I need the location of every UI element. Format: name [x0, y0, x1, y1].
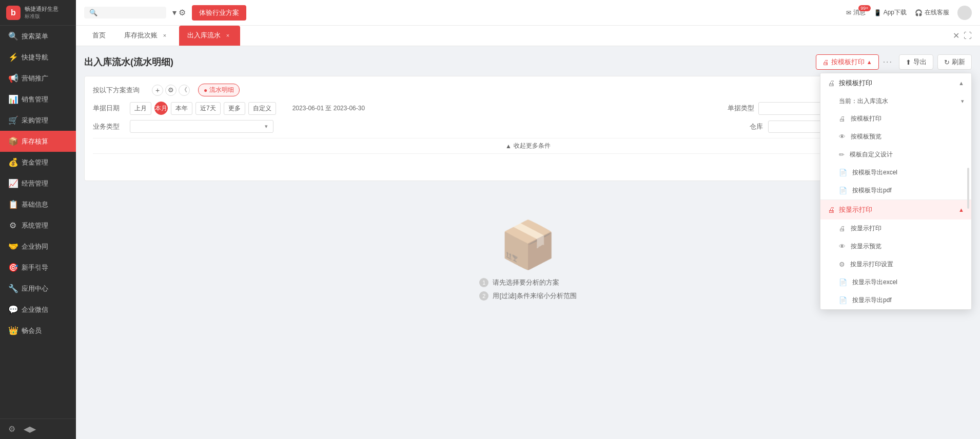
sidebar-item-basic[interactable]: 📋 基础信息 [0, 194, 76, 215]
header-right: ✉ 消息 99+ 📱 App下载 🎧 在线客服 [846, 6, 972, 20]
display-preview-icon: 👁 [839, 243, 846, 250]
online-service[interactable]: 🎧 在线客服 [915, 8, 949, 17]
sales-icon: 📊 [8, 94, 17, 104]
sidebar-item-label-enterprise: 企业协同 [22, 242, 48, 251]
date-current-month[interactable]: 本月 [154, 102, 168, 115]
tab-expand-icon[interactable]: ⛶ [964, 31, 972, 41]
empty-step-2: 2 用[过滤]条件来缩小分析范围 [479, 291, 576, 301]
sidebar-item-search[interactable]: 🔍 搜索菜单 [0, 26, 76, 47]
tab-bar: 首页 库存批次账 × 出入库流水 × ✕ ⛶ [76, 26, 980, 46]
vip-icon: 👑 [8, 326, 17, 335]
sidebar-item-enterprise[interactable]: 🤝 企业协同 [0, 236, 76, 257]
content-area: 出入库流水(流水明细) 🖨 按模板打印 ▲ ··· ⬆ 导出 ↻ 刷 [76, 46, 980, 439]
more-icon[interactable]: ··· [883, 57, 893, 67]
display-print-settings-item[interactable]: ⚙ 按显示打印设置 [820, 255, 971, 273]
date-options: 上月 本月 本年 近7天 更多 自定义 [130, 102, 276, 115]
sidebar-item-finance[interactable]: 💰 资金管理 [0, 152, 76, 173]
sidebar-bottom: ⚙ ◀▶ [0, 418, 76, 439]
sidebar-item-inventory[interactable]: 📦 库存核算 [0, 131, 76, 152]
sidebar-item-label-sales: 销售管理 [22, 95, 48, 104]
sidebar-item-label-operations: 经营管理 [22, 179, 48, 188]
export-button[interactable]: ⬆ 导出 [899, 54, 933, 70]
design-icon: ✏ [839, 151, 845, 158]
tab-minimize-icon[interactable]: ✕ [953, 31, 959, 41]
display-print-header[interactable]: 🖨 按显示打印 ▲ [820, 200, 971, 220]
phone-icon: 📱 [874, 9, 881, 16]
tab-batch-close[interactable]: × [161, 31, 169, 39]
preview-icon: 👁 [839, 133, 846, 141]
date-more[interactable]: 更多 [224, 102, 245, 115]
empty-step-1: 1 请先选择要分析的方案 [479, 278, 576, 287]
header-search-box[interactable]: 🔍 [84, 7, 166, 18]
scroll-indicator [967, 168, 969, 209]
guide-icon: 🎯 [8, 263, 17, 272]
sidebar-item-guide[interactable]: 🎯 新手引导 [0, 257, 76, 278]
sidebar-item-operations[interactable]: 📈 经营管理 [0, 173, 76, 194]
message-icon: ✉ [846, 9, 851, 16]
sidebar-item-wechat[interactable]: 💬 企业微信 [0, 299, 76, 320]
tab-home[interactable]: 首页 [84, 26, 114, 46]
step-1-num: 1 [479, 278, 488, 287]
template-preview-item[interactable]: 👁 按模板预览 [820, 128, 971, 146]
date-last-7[interactable]: 近7天 [195, 102, 221, 115]
sidebar-item-purchase[interactable]: 🛒 采购管理 [0, 110, 76, 131]
sidebar-item-app_center[interactable]: 🔧 应用中心 [0, 278, 76, 299]
sidebar-item-sales[interactable]: 📊 销售管理 [0, 89, 76, 110]
sidebar-item-marketing[interactable]: 📢 营销推广 [0, 68, 76, 89]
top-actions: 🖨 按模板打印 ▲ ··· ⬆ 导出 ↻ 刷新 [816, 54, 972, 70]
refresh-button[interactable]: ↻ 刷新 [937, 54, 972, 70]
display-print-s-icon: 🖨 [839, 225, 846, 232]
filter-active-tag[interactable]: ● 流水明细 [198, 84, 240, 96]
display-excel-icon: 📄 [839, 278, 847, 286]
sidebar-item-vip[interactable]: 👑 畅会员 [0, 320, 76, 341]
business-type-select[interactable]: ▾ [130, 120, 273, 133]
search-input[interactable] [101, 9, 152, 16]
message-count: 99+ [858, 5, 870, 11]
search-icon: 🔍 [89, 9, 97, 16]
sidebar-item-system[interactable]: ⚙ 系统管理 [0, 215, 76, 236]
sidebar-item-shortcut[interactable]: ⚡ 快捷导航 [0, 47, 76, 68]
search-icon: 🔍 [8, 31, 17, 41]
filter-add-button[interactable]: + [152, 85, 163, 96]
tab-flow-close[interactable]: × [224, 31, 232, 39]
print-icon: 🖨 [839, 115, 846, 123]
sidebar-item-label-system: 系统管理 [22, 221, 48, 230]
app-download[interactable]: 📱 App下载 [874, 8, 907, 17]
tab-batch[interactable]: 库存批次账 × [116, 26, 177, 46]
printer-icon: 🖨 [822, 58, 829, 66]
sidebar-item-label-vip: 畅会员 [22, 326, 42, 335]
date-current-year[interactable]: 本年 [171, 102, 192, 115]
message-badge-item[interactable]: ✉ 消息 99+ [846, 8, 866, 17]
template-print-header[interactable]: 🖨 按模板打印 ▲ [820, 73, 971, 93]
template-print-section: 🖨 按模板打印 ▲ 当前：出入库流水 ▾ 🖨 [820, 73, 971, 200]
date-last-month[interactable]: 上月 [130, 102, 151, 115]
template-current-item[interactable]: 当前：出入库流水 ▾ [820, 93, 971, 110]
template-export-pdf-item[interactable]: 📄 按模板导出pdf [820, 182, 971, 199]
sidebar-item-label-guide: 新手引导 [22, 263, 48, 272]
sidebar-item-label-search: 搜索菜单 [22, 32, 48, 41]
display-chevron-icon: ▲ [958, 207, 964, 213]
template-export-excel-item[interactable]: 📄 按模板导出excel [820, 164, 971, 182]
print-template-button[interactable]: 🖨 按模板打印 ▲ [816, 54, 879, 70]
empty-steps: 1 请先选择要分析的方案 2 用[过滤]条件来缩小分析范围 [479, 278, 576, 305]
chevron-down-icon[interactable]: ▾ [172, 8, 177, 17]
display-export-pdf-item[interactable]: 📄 按显示导出pdf [820, 291, 971, 309]
tab-flow[interactable]: 出入库流水 × [179, 26, 240, 46]
user-avatar[interactable] [957, 6, 972, 20]
sidebar: b 畅捷通好生意 标准版 🔍 搜索菜单 ⚡ 快捷导航 📢 营销推广 📊 销售管理… [0, 0, 76, 439]
gear-icon[interactable]: ⚙ [179, 8, 186, 17]
trial-button[interactable]: 体验行业方案 [192, 5, 246, 21]
template-custom-item[interactable]: ✏ 模板自定义设计 [820, 146, 971, 164]
logo-sub: 标准版 [25, 13, 58, 20]
date-custom[interactable]: 自定义 [248, 102, 276, 115]
display-preview-item[interactable]: 👁 按显示预览 [820, 237, 971, 255]
filter-settings-button[interactable]: ⚙ [165, 85, 177, 96]
settings-icon[interactable]: ⚙ [8, 424, 15, 434]
display-export-excel-item[interactable]: 📄 按显示导出excel [820, 273, 971, 291]
display-print-item[interactable]: 🖨 按显示打印 [820, 220, 971, 237]
operations-icon: 📈 [8, 178, 17, 188]
collapse-icon[interactable]: ◀▶ [24, 424, 36, 434]
template-print-item[interactable]: 🖨 按模板打印 [820, 110, 971, 128]
date-range-wrapper: 2023-06-01 至 2023-06-30 [288, 104, 365, 113]
filter-collapse-button[interactable]: 《 [179, 85, 190, 96]
